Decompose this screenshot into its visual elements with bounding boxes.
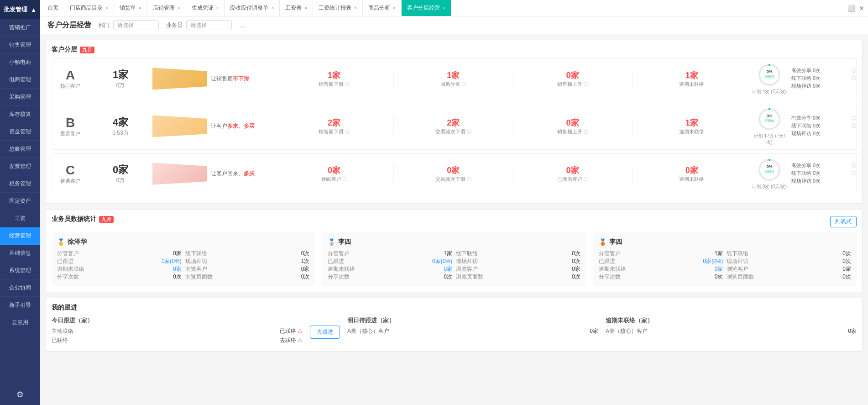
stat-label: 浏览客户	[727, 265, 748, 273]
stat-value[interactable]: 0家(0%)	[432, 258, 452, 265]
tab-工资统计报表[interactable]: 工资统计报表×	[313, 0, 363, 16]
tab-close-商品分析[interactable]: ×	[393, 5, 396, 11]
info-icon: ⓘ	[584, 81, 588, 88]
staff-left-stat-1-1: 已跟进0家(0%)	[328, 258, 452, 265]
sidebar-footer[interactable]: ⚙	[0, 384, 40, 405]
sidebar-item-基础信息[interactable]: 基础信息	[0, 245, 40, 262]
staff-left-stat-0-3: 分享次数0次	[57, 273, 182, 281]
staff-left-col-0: 分管客户0家已跟进1家(0%)逾期未联络0家分享次数0次	[57, 250, 182, 281]
sidebar-item-电商管理[interactable]: 电商管理	[0, 71, 40, 89]
sidebar-item-企业协同[interactable]: 企业协同	[0, 279, 40, 297]
staff-medal-2: 🥉	[599, 238, 607, 246]
staff-name-0: 徐泽华	[68, 238, 87, 246]
tab-close-门店商品目录[interactable]: ×	[105, 5, 108, 11]
sidebar-item-库存核算[interactable]: 库存核算	[0, 106, 40, 123]
dept-select[interactable]: 请选择	[113, 20, 159, 30]
stat-label: 逾期未联络	[599, 265, 626, 273]
stat-value[interactable]: 1家(0%)	[162, 258, 182, 265]
stat-value: 0次	[301, 273, 310, 281]
row-label: 已联络	[52, 337, 68, 344]
stat-b-3-label: 销售额上升 ⓘ	[515, 128, 630, 135]
tab-首页[interactable]: 首页	[42, 0, 64, 16]
sidebar-item-销售管理[interactable]: 销售管理	[0, 37, 40, 54]
tab-close-销货单[interactable]: ×	[139, 5, 141, 11]
tab-门店商品目录[interactable]: 门店商品目录×	[64, 0, 114, 16]
tab-close-工资统计报表[interactable]: ×	[354, 5, 357, 11]
tab-close-应收应付调整单[interactable]: ×	[271, 5, 274, 11]
tier-main-a: 1家 0万	[89, 66, 152, 91]
info-icon: ⓘ	[584, 176, 588, 183]
stat-c-3-value: 0家	[515, 165, 630, 176]
stat-value: 0次	[842, 250, 851, 258]
stat-value[interactable]: 0家(0%)	[703, 258, 723, 265]
stat-value[interactable]: 0家	[715, 265, 723, 273]
staff-medal-1: 🥈	[328, 238, 335, 246]
tab-close-客户分层经营[interactable]: ×	[443, 5, 445, 11]
stat-c-4-value: 0家	[634, 165, 749, 176]
stat-value: 1家	[444, 250, 452, 258]
more-filter-icon[interactable]: ...	[239, 21, 245, 29]
tab-应收应付调整单[interactable]: 应收应付调整单×	[225, 0, 280, 16]
info-icon: ⓘ	[343, 176, 347, 183]
customer-tier-section: 客户分层 九月 A 核心客户 1家 0万 让销售额不下滑	[46, 40, 863, 204]
label: 有效分享 0次	[791, 162, 821, 169]
sidebar-collapse-icon[interactable]: ▲	[31, 6, 37, 13]
sidebar-item-总账管理[interactable]: 总账管理	[0, 141, 40, 158]
tab-店铺管理[interactable]: 店铺管理×	[147, 0, 186, 16]
sidebar-item-新手引导[interactable]: 新手引导	[0, 297, 40, 314]
tab-生成凭证[interactable]: 生成凭证×	[186, 0, 225, 16]
info-icon: ⓘ	[852, 163, 856, 169]
tab-销货单[interactable]: 销货单×	[114, 0, 147, 16]
tier-label-a: A 核心客户	[52, 68, 89, 89]
sidebar-item-税务管理[interactable]: 税务管理	[0, 175, 40, 193]
sidebar-item-小畅电商[interactable]: 小畅电商	[0, 54, 40, 71]
stat-value[interactable]: 0家	[173, 265, 182, 273]
staff-right-stat-1-0: 线下联络0次	[456, 250, 580, 258]
stat-label: 浏览客户	[456, 265, 478, 273]
staff-select[interactable]: 请选择	[186, 20, 232, 30]
sidebar-item-发票管理[interactable]: 发票管理	[0, 158, 40, 175]
staff-left-col-2: 分管客户1家已跟进0家(0%)逾期未联络0家分享次数0次	[599, 250, 723, 281]
tab-close-生成凭证[interactable]: ×	[216, 5, 219, 11]
tab-商品分析[interactable]: 商品分析×	[363, 0, 402, 16]
sidebar-item-资金管理[interactable]: 资金管理	[0, 123, 40, 141]
tab-客户分层经营[interactable]: 客户分层经营×	[402, 0, 451, 16]
maximize-icon[interactable]: ⬜	[847, 5, 855, 12]
tab-工资表[interactable]: 工资表×	[280, 0, 313, 16]
staff-right-stat-1-2: 浏览客户0家	[456, 265, 580, 273]
staff-right-col-0: 线下联络0次现场拜访1次浏览客户0家浏览页面数0次	[185, 250, 310, 281]
tab-close-店铺管理[interactable]: ×	[178, 5, 180, 11]
stat-value[interactable]: 0家	[444, 265, 452, 273]
sidebar-item-工资[interactable]: 工资	[0, 210, 40, 227]
staff-left-stat-0-1: 已跟进1家(0%)	[57, 258, 182, 265]
sidebar-item-系统管理[interactable]: 系统管理	[0, 262, 40, 279]
stat-b-3-value: 0家	[515, 117, 630, 128]
stat-label: 现场拜访	[727, 258, 748, 265]
overdue-col-title: 逾期未联络（家）	[606, 316, 857, 325]
sidebar-item-云应用[interactable]: 云应用	[0, 314, 40, 331]
stat-c-2: 0家 交易频次下滑 ⓘ	[394, 165, 513, 183]
goto-followup-button[interactable]: 去跟进	[310, 326, 340, 339]
sidebar-item-经营管理[interactable]: 经营管理	[0, 227, 40, 245]
followup-header: 我的跟进	[52, 304, 857, 312]
info-icon: ⓘ	[467, 129, 471, 135]
staff-right-stat-1-3: 浏览页面数0次	[456, 273, 580, 281]
svg-text:0%: 0%	[766, 164, 772, 169]
sidebar-item-采购管理[interactable]: 采购管理	[0, 89, 40, 106]
sidebar-item-营销推广[interactable]: 营销推广	[0, 19, 40, 37]
sidebar-items: 营销推广销售管理小畅电商电商管理采购管理库存核算资金管理总账管理发票管理税务管理…	[0, 19, 40, 384]
staff-right-col-1: 线下联络0次现场拜访0次浏览客户0家浏览页面数0次	[456, 250, 580, 281]
list-view-button[interactable]: 列表式	[830, 216, 857, 227]
stat-label: 浏览页面数	[456, 273, 483, 281]
staff-card-1: 🥈李四分管客户1家已跟进0家(0%)逾期未联络0家分享次数0次线下联络0次现场拜…	[322, 232, 586, 286]
sidebar-item-固定资产[interactable]: 固定资产	[0, 193, 40, 210]
followup-tomorrow-col: 明日待跟进（家） A类（核心）客户 0家	[347, 316, 598, 337]
page-header: 客户分层经营 部门 请选择 业务员 请选择 ...	[40, 16, 868, 34]
close-icon[interactable]: ✕	[859, 5, 864, 12]
info-icon: ⓘ	[584, 129, 588, 135]
stat-value: 0次	[444, 273, 452, 281]
tab-close-工资表[interactable]: ×	[304, 5, 307, 11]
sidebar-header[interactable]: 批发管理 ▲	[0, 0, 40, 19]
stat-a-2: 1家 回购异常 ⓘ	[394, 70, 513, 88]
tier-stats-a: 1家 销售额下滑 ⓘ 1家 回购异常 ⓘ 0家 销售额上升 ⓘ 1家 逾期未联络	[275, 70, 751, 88]
